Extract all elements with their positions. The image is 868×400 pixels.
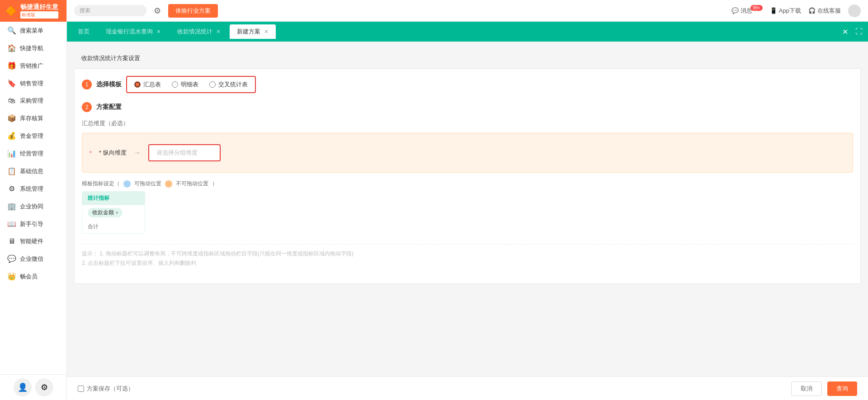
download-label: App下载 bbox=[779, 7, 801, 15]
clipboard-icon: 📋 bbox=[7, 167, 16, 175]
fixed-indicator bbox=[165, 180, 172, 188]
draggable-indicator bbox=[123, 180, 131, 188]
panel-body: 1 选择模板 汇总表 明细表 bbox=[75, 69, 860, 283]
gift-icon: 🎁 bbox=[7, 61, 16, 70]
radio-detail[interactable]: 明细表 bbox=[172, 80, 198, 89]
sidebar-item-system[interactable]: ⚙ 系统管理 bbox=[0, 180, 66, 198]
metrics-tag-label: 收款金额 bbox=[92, 209, 114, 216]
sidebar-item-basic-info[interactable]: 📋 基础信息 bbox=[0, 162, 66, 180]
draggable-label: 可拖动位置 bbox=[134, 180, 161, 188]
sidebar-item-label: 搜索菜单 bbox=[20, 27, 43, 35]
tips-section: 提示： 1. 拖动标题栏可以调整布局，不可跨维度或指标区域拖动栏目字段(只能在同… bbox=[82, 244, 853, 267]
book-icon: 📖 bbox=[7, 220, 16, 228]
sidebar: 🔶 畅捷通好生意 标准版 🔍 搜索菜单 🏠 快捷导航 🎁 营销推广 🔖 销售管理… bbox=[0, 0, 67, 400]
sidebar-item-label: 库存核算 bbox=[20, 114, 43, 122]
support-icon: 🎧 bbox=[808, 7, 816, 14]
sidebar-item-sales[interactable]: 🔖 销售管理 bbox=[0, 75, 66, 92]
tab-collection-stats-close[interactable]: ✕ bbox=[216, 28, 221, 35]
avatar[interactable] bbox=[848, 5, 861, 17]
config-section: 汇总维度（必选） * * 纵向维度 → 请选择分组维度 bbox=[82, 119, 853, 267]
radio-cross[interactable]: 交叉统计表 bbox=[209, 80, 248, 89]
settings-icon[interactable]: ⚙ bbox=[154, 6, 161, 16]
dimension-row-label: * 纵向维度 bbox=[99, 149, 127, 157]
step2-title: 方案配置 bbox=[96, 103, 122, 111]
tab-bank-flow[interactable]: 现金银行流水查询 ✕ bbox=[99, 24, 168, 39]
sidebar-item-wechat[interactable]: 💬 企业微信 bbox=[0, 250, 66, 268]
sidebar-item-marketing[interactable]: 🎁 营销推广 bbox=[0, 57, 66, 75]
trial-button[interactable]: 体验行业方案 bbox=[168, 4, 218, 18]
tabbar-actions: ✕ ⛶ bbox=[840, 26, 864, 38]
sidebar-item-search[interactable]: 🔍 搜索菜单 bbox=[0, 22, 66, 39]
dimension-area: * * 纵向维度 → 请选择分组维度 bbox=[82, 133, 853, 173]
step2-number: 2 bbox=[82, 102, 92, 112]
download-item[interactable]: 📱 App下载 bbox=[770, 7, 801, 15]
sidebar-item-hardware[interactable]: 🖥 智能硬件 bbox=[0, 233, 66, 250]
monitor-icon: 🖥 bbox=[7, 237, 16, 245]
app-name: 畅捷通好生意 bbox=[20, 3, 58, 11]
dimension-select[interactable]: 请选择分组维度 bbox=[148, 144, 221, 161]
tab-collection-stats[interactable]: 收款情况统计 ✕ bbox=[170, 24, 228, 39]
step2-header: 2 方案配置 bbox=[82, 102, 853, 112]
save-checkbox[interactable] bbox=[78, 386, 84, 392]
sidebar-item-label: 销售管理 bbox=[20, 80, 43, 88]
money-icon: 💰 bbox=[7, 132, 16, 140]
crown-icon: 👑 bbox=[7, 272, 16, 281]
tab-close-all-btn[interactable]: ✕ bbox=[840, 26, 850, 38]
metrics-bracket-close: ） bbox=[212, 180, 217, 188]
tab-home-label: 首页 bbox=[78, 28, 90, 36]
sidebar-item-member[interactable]: 👑 畅会员 bbox=[0, 268, 66, 285]
box-icon: 📦 bbox=[7, 114, 16, 122]
sidebar-settings-btn[interactable]: ⚙ bbox=[35, 378, 53, 396]
save-option[interactable]: 方案保存（可选） bbox=[78, 385, 134, 393]
notification-item[interactable]: 💬 消息 99+ bbox=[731, 7, 763, 15]
footer-actions: 取消 查询 bbox=[791, 381, 857, 396]
tips-label: 提示： bbox=[82, 250, 98, 257]
radio-detail-input[interactable] bbox=[172, 81, 178, 88]
tab-collection-stats-label: 收款情况统计 bbox=[177, 28, 212, 36]
dimension-row: * * 纵向维度 → 请选择分组维度 bbox=[90, 144, 845, 161]
support-label: 在线客服 bbox=[817, 7, 841, 15]
tag-icon: 🔖 bbox=[7, 79, 16, 88]
metrics-row-amount: 收款金额 ▾ bbox=[82, 205, 145, 220]
sidebar-item-corp[interactable]: 🏢 企业协同 bbox=[0, 198, 66, 215]
radio-summary-label: 汇总表 bbox=[143, 80, 161, 89]
sidebar-item-operations[interactable]: 📊 经营管理 bbox=[0, 145, 66, 162]
sidebar-item-label: 智能硬件 bbox=[20, 237, 43, 245]
sidebar-item-finance[interactable]: 💰 资金管理 bbox=[0, 127, 66, 145]
bag-icon: 🛍 bbox=[7, 97, 16, 105]
tab-new-plan-close[interactable]: ✕ bbox=[264, 28, 269, 35]
query-button[interactable]: 查询 bbox=[827, 381, 857, 396]
home-icon: 🏠 bbox=[7, 44, 16, 52]
tab-bank-flow-close[interactable]: ✕ bbox=[156, 28, 161, 35]
chat-icon: 💬 bbox=[7, 254, 16, 263]
radio-cross-label: 交叉统计表 bbox=[218, 80, 248, 89]
tab-bank-flow-label: 现金银行流水查询 bbox=[106, 28, 153, 36]
radio-cross-input[interactable] bbox=[209, 81, 216, 88]
support-item[interactable]: 🎧 在线客服 bbox=[808, 7, 841, 15]
sidebar-item-purchase[interactable]: 🛍 采购管理 bbox=[0, 92, 66, 109]
main-panel: 1 选择模板 汇总表 明细表 bbox=[74, 68, 861, 284]
tab-home[interactable]: 首页 bbox=[71, 24, 97, 39]
topbar-search[interactable]: 搜索 bbox=[74, 5, 146, 16]
sidebar-item-label: 系统管理 bbox=[20, 185, 43, 193]
metrics-tag-amount[interactable]: 收款金额 ▾ bbox=[88, 208, 123, 217]
notification-badge: 99+ bbox=[750, 5, 763, 11]
sidebar-item-label: 采购管理 bbox=[20, 97, 43, 105]
tab-expand-btn[interactable]: ⛶ bbox=[854, 26, 864, 38]
metrics-chevron-icon[interactable]: ▾ bbox=[116, 210, 118, 215]
metrics-total: 合计 bbox=[82, 220, 145, 233]
sidebar-avatar-btn[interactable]: 👤 bbox=[14, 378, 32, 396]
sidebar-item-quick-nav[interactable]: 🏠 快捷导航 bbox=[0, 39, 66, 57]
cancel-button[interactable]: 取消 bbox=[791, 381, 822, 396]
save-label: 方案保存（可选） bbox=[87, 385, 134, 393]
radio-summary-input[interactable] bbox=[134, 81, 141, 88]
sidebar-logo: 🔶 畅捷通好生意 标准版 bbox=[0, 0, 66, 22]
sidebar-item-label: 新手引导 bbox=[20, 220, 43, 228]
tip-item-1: 提示： 1. 拖动标题栏可以调整布局，不可跨维度或指标区域拖动栏目字段(只能在同… bbox=[82, 250, 853, 258]
tab-new-plan[interactable]: 新建方案 ✕ bbox=[230, 24, 276, 39]
sidebar-item-guide[interactable]: 📖 新手引导 bbox=[0, 215, 66, 233]
search-icon: 🔍 bbox=[7, 26, 16, 35]
sidebar-item-inventory[interactable]: 📦 库存核算 bbox=[0, 109, 66, 127]
radio-summary[interactable]: 汇总表 bbox=[134, 80, 161, 89]
template-options: 汇总表 明细表 交叉统计表 bbox=[126, 76, 256, 93]
